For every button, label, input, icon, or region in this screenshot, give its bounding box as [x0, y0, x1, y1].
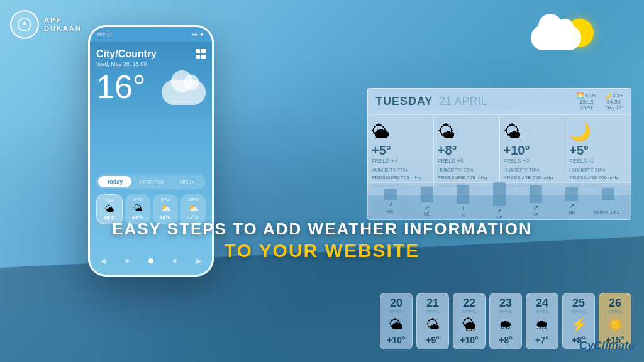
weather-table-header: TUESDAY 21 APRIL 🌅 6:06 19:15 13:51 🌙 3:…: [368, 89, 631, 115]
logo-text: APP DUKAAN: [44, 16, 82, 33]
weekly-day-20: 20 APRIL 🌥 +10°: [380, 293, 413, 349]
cyclimate-label: CyClimate: [579, 339, 635, 352]
tab-tomorrow[interactable]: Tomorrow: [135, 176, 168, 187]
wind-bar-6: ↗ NE: [555, 187, 590, 215]
phone-tabs-section: Today Tomorrow Week Now 🌥 16°C 8PM 🌤 14°…: [90, 174, 212, 224]
main-heading-area: EASY STEPS TO ADD WEATHER INFORMATION TO…: [0, 219, 644, 261]
cloud-icon: [531, 25, 581, 50]
main-heading-line2: TO YOUR WEBSITE: [0, 240, 644, 261]
wind-bar-2: ↗ NE: [409, 187, 445, 216]
sunrise-info: 🌅 6:06 19:15 13:51: [577, 92, 596, 111]
weekly-day-23: 23 APRIL 🌧 +8°: [489, 293, 522, 349]
wind-chart: ↗ NE ↗ NE ↑ N ↗ NE ↗ NE ↗ NE: [367, 182, 631, 220]
phone-time: 09:00: [97, 31, 112, 38]
moon-info: 🌙 3:15 14:30 Day 12: [604, 92, 623, 111]
page-content: APP DUKAAN 09:00 ▪▪▪ ✦ City/Country Wed,…: [0, 0, 644, 362]
weather-sun-info: 🌅 6:06 19:15 13:51 🌙 3:15 14:30 Day 12: [577, 92, 623, 111]
wind-bar-4: ↗ NE: [482, 182, 517, 220]
weekly-day-22: 22 APRIL 🌦 +10°: [453, 293, 486, 349]
logo-icon: [10, 10, 39, 39]
wind-bar-3: ↑ N: [445, 185, 480, 217]
main-heading-line1: EASY STEPS TO ADD WEATHER INFORMATION: [0, 219, 644, 240]
phone-status-bar: 09:00 ▪▪▪ ✦: [90, 27, 212, 42]
wind-bar-7: → NORTH EAST: [591, 188, 626, 214]
logo: APP DUKAAN: [10, 10, 82, 39]
wind-bar-5: ↗ NE: [518, 185, 553, 217]
phone-date: Wed, May 26, 15:00: [96, 61, 206, 67]
weekly-day-21: 21 APRIL 🌤 +9°: [416, 293, 449, 349]
tab-week[interactable]: Week: [170, 176, 204, 187]
wind-bar-1: ↗ NE: [373, 189, 408, 214]
grid-icon: [196, 49, 206, 59]
phone-city-row: City/Country: [96, 48, 206, 60]
phone-signal: ▪▪▪ ✦: [192, 31, 204, 38]
phone-tab-bar[interactable]: Today Tomorrow Week: [96, 174, 206, 189]
decorative-cloud-sun: [531, 19, 594, 63]
phone-cloud-illustration: [162, 80, 206, 105]
tab-today[interactable]: Today: [98, 176, 131, 187]
phone-city-name: City/Country: [96, 48, 157, 60]
weather-day: TUESDAY: [375, 95, 433, 108]
weather-detail-table: TUESDAY 21 APRIL 🌅 6:06 19:15 13:51 🌙 3:…: [367, 88, 631, 195]
weather-date: 21 APRIL: [439, 95, 487, 108]
weekly-day-24: 24 APRIL 🌧 +7°: [526, 293, 558, 349]
cyclimate-watermark: CyClimate: [579, 339, 635, 353]
svg-point-0: [18, 18, 31, 31]
